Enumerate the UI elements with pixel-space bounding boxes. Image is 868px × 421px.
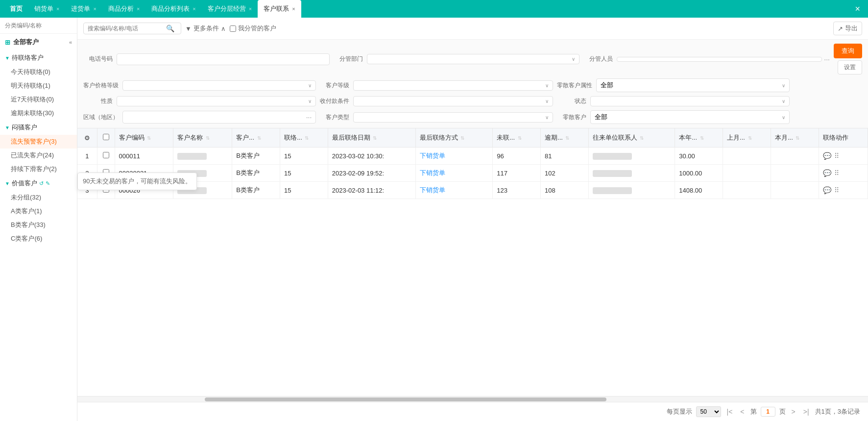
value-edit-icon[interactable]: ✎: [46, 180, 50, 187]
tab-close-purchase[interactable]: ×: [93, 6, 96, 12]
thismonth-sort-icon[interactable]: ⇅: [796, 135, 799, 141]
row3-contact-way-link[interactable]: 下销货单: [420, 186, 445, 194]
customer-type-select[interactable]: ∨: [353, 112, 553, 123]
name-sort-icon[interactable]: ⇅: [206, 135, 210, 141]
row1-select[interactable]: [103, 152, 109, 158]
export-button[interactable]: ↗ 导出: [833, 22, 862, 35]
thisyear-sort-icon[interactable]: ⇅: [700, 135, 704, 141]
per-page-select[interactable]: 50 100: [696, 406, 721, 417]
first-page-btn[interactable]: |<: [725, 408, 735, 416]
tab-close-sales[interactable]: ×: [56, 6, 59, 12]
row3-more-icon[interactable]: ⠿: [834, 186, 839, 194]
sidebar-item-churn-warning[interactable]: 流失预警客户(3): [0, 135, 77, 149]
nav-home[interactable]: 首页: [4, 0, 28, 18]
status-select[interactable]: ∨: [590, 96, 790, 106]
row2-contact-way-link[interactable]: 下销货单: [420, 169, 445, 176]
th-last-contact-way: 最后联络方式 ⇅: [415, 128, 493, 148]
nav-tab-customer-layer[interactable]: 客户分层经营 ×: [202, 0, 258, 18]
gear-icon[interactable]: ⚙: [84, 134, 90, 142]
unitcontact-sort-icon[interactable]: ⇅: [640, 135, 644, 141]
region-more-icon[interactable]: ···: [306, 113, 312, 121]
payment-label: 收付款条件: [320, 97, 349, 105]
sidebar-all-customers[interactable]: ⊞ 全部客户 «: [0, 34, 77, 50]
sidebar-group-value[interactable]: ▼ 价值客户 ↺ ✎: [0, 176, 77, 191]
nav-tab-analysis-list[interactable]: 商品分析列表 ×: [145, 0, 201, 18]
way-sort-icon[interactable]: ⇅: [460, 135, 464, 141]
person-more-icon[interactable]: ···: [824, 55, 830, 63]
nav-tab-purchase[interactable]: 进货单 ×: [65, 0, 102, 18]
filter-region: 区域（地区） ···: [83, 111, 316, 124]
region-select[interactable]: ···: [122, 111, 316, 124]
tab-close-analysis-list[interactable]: ×: [193, 6, 195, 12]
settings-button[interactable]: 设置: [838, 60, 862, 74]
sidebar-item-grade-b[interactable]: B类客户(33): [0, 218, 77, 232]
row1-contact-way-link[interactable]: 下销货单: [420, 152, 445, 159]
sidebar-group-churn[interactable]: ▼ 闷骚客户: [0, 120, 77, 135]
sidebar-item-tomorrow-pending[interactable]: 明天待联络(1): [0, 79, 77, 93]
sidebar-item-declining[interactable]: 持续下滑客户(2): [0, 162, 77, 176]
value-refresh-icon[interactable]: ↺: [39, 180, 44, 187]
grid-icon: ⊞: [5, 39, 10, 46]
overdue-sort-icon[interactable]: ⇅: [565, 135, 569, 141]
code-sort-icon[interactable]: ⇅: [147, 135, 151, 141]
sidebar-item-churned[interactable]: 已流失客户(24): [0, 149, 77, 162]
pending-group-label: 待联络客户: [12, 53, 44, 62]
row1-more-icon[interactable]: ⠿: [834, 152, 839, 160]
date-sort-icon[interactable]: ⇅: [373, 135, 377, 141]
search-button-icon[interactable]: 🔍: [166, 25, 174, 32]
window-close-icon[interactable]: ×: [851, 4, 864, 14]
row1-chat-icon[interactable]: 💬: [823, 152, 831, 160]
person-select[interactable]: [617, 57, 822, 62]
nav-tab-customer-contact[interactable]: 客户联系 ×: [258, 0, 301, 18]
lastmonth-sort-icon[interactable]: ⇅: [748, 135, 752, 141]
sidebar-item-ungroup[interactable]: 未分组(32): [0, 191, 77, 204]
more-filter-btn[interactable]: ▼ 更多条件 ∧: [185, 24, 226, 33]
sidebar-item-overdue-pending[interactable]: 逾期未联络(30): [0, 106, 77, 120]
tab-close-analysis[interactable]: ×: [137, 6, 140, 12]
query-button[interactable]: 查询: [834, 44, 862, 58]
next-page-btn[interactable]: >: [790, 408, 797, 416]
contact-sort-icon[interactable]: ⇅: [305, 135, 309, 141]
my-customer-checkbox[interactable]: [230, 25, 236, 32]
sidebar-group-pending[interactable]: ▼ 待联络客户: [0, 50, 77, 65]
page-input[interactable]: [761, 407, 775, 417]
row2-overdue: 102: [541, 165, 589, 182]
declining-label: 持续下滑客户(2): [11, 165, 57, 173]
dept-select[interactable]: ∨: [367, 54, 580, 64]
last-page-btn[interactable]: >|: [801, 408, 811, 416]
tab-close-customer-layer[interactable]: ×: [249, 6, 252, 12]
sidebar-item-7day-pending[interactable]: 近7天待联络(0): [0, 93, 77, 106]
export-icon: ↗: [838, 25, 843, 32]
row2-more-icon[interactable]: ⠿: [834, 169, 839, 177]
row3-action-icons: 💬 ⠿: [823, 186, 864, 194]
grade-select[interactable]: ∨: [353, 80, 553, 91]
tab-close-customer-contact[interactable]: ×: [292, 6, 295, 12]
sidebar-item-grade-c[interactable]: C类客户(6): [0, 232, 77, 246]
tab-label-analysis-list: 商品分析列表: [151, 4, 190, 13]
nature-select[interactable]: ∨: [117, 96, 316, 106]
row2-chat-icon[interactable]: 💬: [823, 169, 831, 177]
prev-page-btn[interactable]: <: [738, 408, 746, 416]
row1-overdue: 81: [541, 148, 589, 165]
row3-chat-icon[interactable]: 💬: [823, 186, 831, 194]
th-gear[interactable]: ⚙: [77, 128, 97, 148]
nav-tab-analysis[interactable]: 商品分析 ×: [102, 0, 145, 18]
sidebar-item-today-pending[interactable]: 今天待联络(0): [0, 65, 77, 79]
phone-input[interactable]: [117, 53, 330, 65]
payment-select[interactable]: ∨: [353, 96, 553, 106]
scrollbar-thumb[interactable]: [205, 397, 606, 401]
sidebar-search-input[interactable]: [5, 22, 77, 29]
row1-this-year: 30.00: [675, 148, 723, 165]
nocontact-sort-icon[interactable]: ⇅: [518, 135, 522, 141]
horizontal-scrollbar[interactable]: [77, 396, 868, 402]
zero-customer-select[interactable]: 全部 ∨: [590, 110, 790, 124]
nav-tab-sales[interactable]: 销货单 ×: [28, 0, 65, 18]
grade-sort-icon[interactable]: ⇅: [257, 135, 261, 141]
search-input[interactable]: [88, 25, 166, 32]
sidebar-item-grade-a[interactable]: A类客户(1): [0, 204, 77, 218]
zero-attr-select[interactable]: 全部 ∨: [596, 78, 790, 92]
price-level-select[interactable]: ∨: [122, 80, 316, 91]
my-customer-checkbox-wrap: 我分管的客户: [230, 24, 276, 33]
select-all-checkbox[interactable]: [103, 134, 109, 140]
sidebar-collapse-btn[interactable]: «: [69, 39, 72, 45]
